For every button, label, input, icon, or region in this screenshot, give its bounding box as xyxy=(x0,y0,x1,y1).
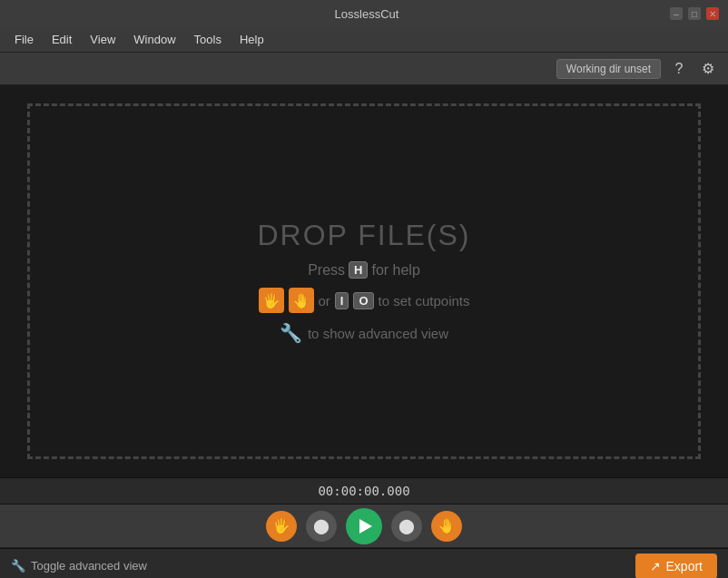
window-controls: – □ ✕ xyxy=(670,7,719,20)
window-title: LosslessCut xyxy=(64,7,670,21)
cutpoints-suffix: to set cutpoints xyxy=(379,293,470,309)
h-key: H xyxy=(349,261,368,279)
or-label: or xyxy=(319,293,330,309)
export-button[interactable]: ↗ Export xyxy=(635,554,717,579)
advanced-icon: 🔧 xyxy=(280,322,302,344)
press-label: Press xyxy=(308,262,345,279)
i-key: I xyxy=(335,292,349,309)
in-point-icon: 🖐 xyxy=(259,288,284,313)
help-button[interactable]: ? xyxy=(668,58,690,80)
export-icon: ↗ xyxy=(650,559,661,573)
toggle-advanced-view[interactable]: 🔧 Toggle advanced view xyxy=(11,559,147,573)
settings-button[interactable]: ⚙ xyxy=(697,58,719,80)
timecode: 00:00:00.000 xyxy=(318,484,409,498)
title-bar: LosslessCut – □ ✕ xyxy=(0,0,728,27)
toolbar: Working dir unset ? ⚙ xyxy=(0,53,728,85)
play-button[interactable] xyxy=(346,508,382,544)
working-dir-button[interactable]: Working dir unset xyxy=(556,59,661,79)
menu-file[interactable]: File xyxy=(7,31,41,48)
play-icon xyxy=(359,519,372,534)
advanced-label: to show advanced view xyxy=(308,326,448,341)
toggle-advanced-label: Toggle advanced view xyxy=(31,559,147,573)
set-out-point-button[interactable]: 🤚 xyxy=(431,511,462,542)
menu-view[interactable]: View xyxy=(83,31,123,48)
drop-title: DROP FILE(S) xyxy=(258,219,471,252)
export-label: Export xyxy=(666,559,703,573)
bottom-bar: 🔧 Toggle advanced view ↗ Export xyxy=(0,548,728,578)
cutpoints-line: 🖐 🤚 or I O to set cutpoints xyxy=(259,288,470,313)
close-button[interactable]: ✕ xyxy=(706,7,719,20)
o-key: O xyxy=(353,292,373,309)
advanced-line: 🔧 to show advanced view xyxy=(280,322,448,344)
previous-keyframe-button[interactable]: ⬤ xyxy=(306,511,337,542)
drop-subtitle: Press H for help xyxy=(308,261,420,279)
menu-edit[interactable]: Edit xyxy=(44,31,79,48)
menu-window[interactable]: Window xyxy=(126,31,182,48)
timeline-bar[interactable]: 00:00:00.000 xyxy=(0,477,728,505)
next-keyframe-button[interactable]: ⬤ xyxy=(391,511,422,542)
menu-tools[interactable]: Tools xyxy=(187,31,229,48)
menu-bar: File Edit View Window Tools Help xyxy=(0,27,728,53)
controls-bar: 🖐 ⬤ ⬤ 🤚 xyxy=(0,505,728,548)
out-point-icon: 🤚 xyxy=(289,288,314,313)
minimize-button[interactable]: – xyxy=(670,7,683,20)
maximize-button[interactable]: □ xyxy=(688,7,701,20)
video-area[interactable]: DROP FILE(S) Press H for help 🖐 🤚 or I O… xyxy=(0,85,728,477)
for-help-label: for help xyxy=(371,262,419,279)
set-in-point-button[interactable]: 🖐 xyxy=(266,511,297,542)
menu-help[interactable]: Help xyxy=(232,31,271,48)
drop-content: DROP FILE(S) Press H for help 🖐 🤚 or I O… xyxy=(258,219,471,344)
toggle-advanced-icon: 🔧 xyxy=(11,559,25,573)
